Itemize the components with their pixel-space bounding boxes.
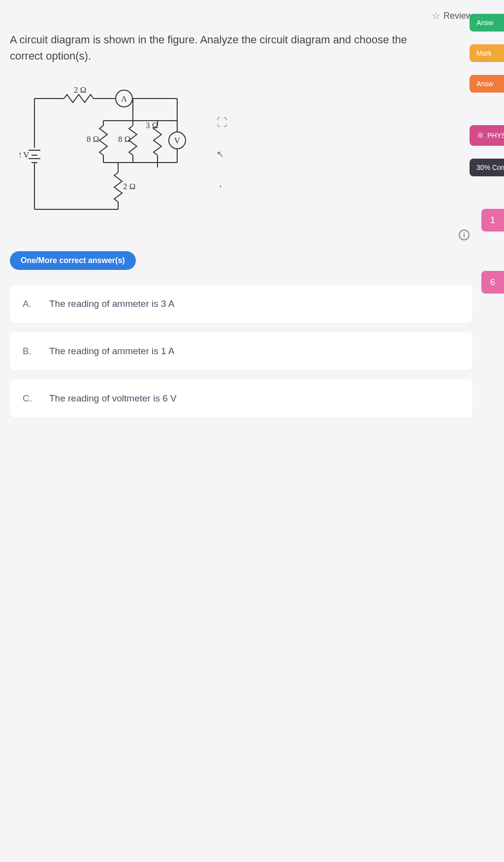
- edge-answered2[interactable]: Answ: [470, 75, 504, 93]
- answer-type-badge: One/More correct answer(s): [10, 251, 136, 270]
- svg-text:8 Ω: 8 Ω: [118, 134, 130, 144]
- atom-icon: ⚛: [476, 130, 484, 141]
- option-letter: B.: [23, 346, 34, 357]
- option-a[interactable]: A. The reading of ammeter is 3 A: [10, 285, 472, 323]
- expand-icon[interactable]: ⛶: [217, 116, 227, 129]
- option-letter: A.: [23, 298, 34, 309]
- svg-text:A: A: [121, 94, 127, 103]
- svg-text:2 Ω: 2 Ω: [123, 182, 135, 191]
- edge-qnum-6[interactable]: 6: [481, 271, 504, 294]
- svg-text:V: V: [174, 136, 181, 145]
- right-edge-panel: Answ Mark Answ ⚛ PHYS 30% Complete 1 6: [470, 0, 504, 862]
- edge-answered[interactable]: Answ: [470, 14, 504, 32]
- svg-text:8 Ω: 8 Ω: [87, 134, 99, 144]
- edge-progress: 30% Complete: [470, 159, 504, 176]
- pointer-icon: ↖: [217, 149, 227, 160]
- option-text: The reading of voltmeter is 6 V: [49, 393, 177, 404]
- svg-text:3 Ω: 3 Ω: [146, 121, 158, 130]
- svg-text:12 V: 12 V: [20, 150, 30, 160]
- circuit-diagram: 2 Ω A 3 Ω V 8 Ω 8 Ω 2 Ω 12 V: [20, 84, 197, 222]
- option-text: The reading of ammeter is 3 A: [49, 298, 175, 309]
- question-text: A circuit diagram is shown in the figure…: [10, 32, 413, 64]
- review-label[interactable]: Review: [443, 11, 472, 21]
- svg-text:2 Ω: 2 Ω: [74, 85, 86, 95]
- option-c[interactable]: C. The reading of voltmeter is 6 V: [10, 379, 472, 418]
- star-icon: ☆: [432, 10, 441, 22]
- option-text: The reading of ammeter is 1 A: [49, 346, 175, 357]
- edge-marked[interactable]: Mark: [470, 44, 504, 62]
- edge-qnum-1[interactable]: 1: [481, 209, 504, 232]
- option-letter: C.: [23, 393, 34, 404]
- edge-subject-physics[interactable]: ⚛ PHYS: [470, 125, 504, 146]
- option-b[interactable]: B. The reading of ammeter is 1 A: [10, 332, 472, 370]
- info-icon[interactable]: i: [459, 230, 470, 240]
